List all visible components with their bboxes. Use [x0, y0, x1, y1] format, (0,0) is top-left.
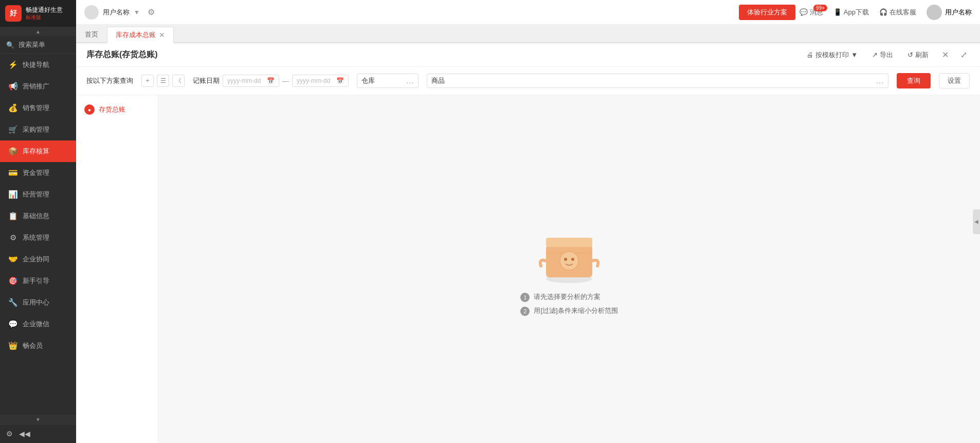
topbar-settings-btn[interactable]: ⚙: [144, 5, 158, 20]
user-avatar-top: [927, 5, 942, 20]
svg-point-6: [560, 252, 578, 270]
sidebar-settings-btn[interactable]: ⚙: [6, 430, 13, 438]
hint-num-1: 1: [520, 293, 530, 302]
topbar-username: 用户名称: [103, 8, 130, 17]
sidebar-scroll-up[interactable]: ▲: [0, 27, 76, 36]
filter-label: 按以下方案查询: [86, 76, 133, 85]
calendar-from-icon[interactable]: 📅: [267, 77, 275, 84]
filter-add-btn[interactable]: +: [141, 75, 154, 87]
industry-btn[interactable]: 体验行业方案: [739, 5, 795, 20]
topbar-user-info: 用户名称: [927, 5, 972, 20]
inventory-icon: 📦: [8, 147, 17, 156]
search-icon: 🔍: [6, 41, 14, 49]
right-edge-expand-btn[interactable]: ◀: [973, 209, 980, 234]
wecom-icon: 💬: [8, 320, 17, 329]
filter-collapse-btn[interactable]: 《: [172, 75, 185, 87]
sidebar-item-newbie[interactable]: 🎯 新手引导: [0, 270, 76, 292]
user-avatar-small: [84, 5, 99, 20]
warehouse-more-icon[interactable]: …: [406, 76, 414, 85]
empty-hints: 1 请先选择要分析的方案 2 用[过滤]条件来缩小分析范围: [520, 292, 618, 316]
refresh-btn[interactable]: ↺ 刷新: [903, 48, 933, 62]
sidebar-item-inventory[interactable]: 📦 库存核算: [0, 140, 76, 162]
sidebar-item-marketing[interactable]: 📢 营销推广: [0, 76, 76, 97]
sidebar-item-basic[interactable]: 📋 基础信息: [0, 205, 76, 227]
support-icon: 🎧: [879, 8, 887, 16]
goods-field[interactable]: 商品 …: [427, 74, 888, 88]
export-icon: ↗: [872, 51, 878, 59]
print-btn[interactable]: 🖨 按模板打印 ▼: [803, 48, 862, 62]
scheme-item-inventory-total[interactable]: ● 存货总账: [76, 99, 158, 120]
vip-icon: 👑: [8, 341, 17, 350]
sidebar-item-system[interactable]: ⚙ 系统管理: [0, 227, 76, 249]
sidebar-item-quick-nav[interactable]: ⚡ 快捷导航: [0, 54, 76, 76]
sidebar-item-enterprise[interactable]: 🤝 企业协同: [0, 249, 76, 270]
main-panel: 1 请先选择要分析的方案 2 用[过滤]条件来缩小分析范围: [158, 95, 980, 443]
tab-close-btn[interactable]: ✕: [159, 31, 165, 39]
logo-text: 畅捷通好生意 标准版: [26, 6, 63, 22]
sidebar-search-btn[interactable]: 🔍 搜索菜单: [0, 36, 76, 54]
scheme-section: ● 存货总账: [76, 95, 158, 443]
sidebar-item-appstore[interactable]: 🔧 应用中心: [0, 292, 76, 313]
query-btn[interactable]: 查询: [897, 73, 931, 88]
close-panel-btn[interactable]: ✕: [939, 49, 951, 61]
system-icon: ⚙: [8, 233, 17, 242]
business-icon: 📊: [8, 190, 17, 199]
content-area: ● 存货总账: [76, 95, 980, 443]
enterprise-icon: 🤝: [8, 255, 17, 264]
refresh-icon: ↺: [908, 51, 913, 59]
tab-inventory-cost[interactable]: 库存成本总账 ✕: [107, 27, 174, 43]
calendar-to-icon[interactable]: 📅: [336, 77, 344, 84]
sidebar-footer: ⚙ ◀◀: [0, 424, 76, 443]
main-content: 用户名称 ▼ ⚙ 体验行业方案 💬 消息 99+ 📱 App下载 🎧 在线客服 …: [76, 0, 980, 443]
funds-icon: 💳: [8, 168, 17, 178]
sidebar-item-vip[interactable]: 👑 畅会员: [0, 335, 76, 357]
topbar-dropdown-btn[interactable]: ▼: [134, 9, 140, 16]
topbar-messages-btn[interactable]: 💬 消息 99+: [800, 8, 823, 17]
date-separator: —: [282, 77, 289, 85]
quick-nav-icon: ⚡: [8, 60, 17, 69]
settings-btn[interactable]: 设置: [939, 73, 970, 88]
page-header: 库存总账(存货总账) 🖨 按模板打印 ▼ ↗ 导出 ↺ 刷新 ✕ ⤢: [76, 43, 980, 67]
marketing-icon: 📢: [8, 82, 17, 91]
newbie-icon: 🎯: [8, 276, 17, 286]
page-title: 库存总账(存货总账): [86, 49, 158, 60]
date-from-input[interactable]: yyyy-mm-dd 📅: [223, 75, 279, 87]
empty-hint-1: 1 请先选择要分析的方案: [520, 292, 618, 302]
svg-rect-4: [546, 238, 592, 247]
topbar-app-download-btn[interactable]: 📱 App下载: [833, 8, 869, 17]
messages-icon: 💬: [800, 8, 808, 16]
topbar-right: 💬 消息 99+ 📱 App下载 🎧 在线客服 用户名称: [800, 5, 972, 20]
empty-state: 1 请先选择要分析的方案 2 用[过滤]条件来缩小分析范围: [158, 95, 980, 443]
sidebar: 好 畅捷通好生意 标准版 ▲ 🔍 搜索菜单 ⚡ 快捷导航 📢 营销推广 💰 销售…: [0, 0, 76, 443]
svg-point-7: [564, 258, 567, 261]
sidebar-item-business[interactable]: 📊 经营管理: [0, 184, 76, 205]
header-actions: 🖨 按模板打印 ▼ ↗ 导出 ↺ 刷新 ✕ ⤢: [803, 48, 970, 62]
purchase-icon: 🛒: [8, 125, 17, 134]
sidebar-item-wecom[interactable]: 💬 企业微信: [0, 313, 76, 335]
topbar: 用户名称 ▼ ⚙ 体验行业方案 💬 消息 99+ 📱 App下载 🎧 在线客服 …: [76, 0, 980, 25]
tab-bar: 首页 库存成本总账 ✕: [76, 25, 980, 43]
date-label: 记账日期: [193, 76, 220, 85]
sidebar-item-funds[interactable]: 💳 资金管理: [0, 162, 76, 184]
svg-point-8: [571, 258, 574, 261]
topbar-support-btn[interactable]: 🎧 在线客服: [879, 8, 916, 17]
export-btn[interactable]: ↗ 导出: [868, 48, 897, 62]
sidebar-scroll-down[interactable]: ▼: [0, 415, 76, 424]
topbar-user-display: 用户名称: [945, 8, 972, 17]
goods-more-icon[interactable]: …: [876, 76, 884, 85]
date-to-input[interactable]: yyyy-mm-dd 📅: [292, 75, 349, 87]
messages-badge: 99+: [813, 5, 827, 11]
sidebar-logo: 好 畅捷通好生意 标准版: [0, 0, 76, 27]
sidebar-collapse-btn[interactable]: ◀◀: [19, 430, 30, 438]
tab-home[interactable]: 首页: [76, 26, 107, 42]
filter-bar: 按以下方案查询 + ☰ 《 记账日期 yyyy-mm-dd 📅 — yyyy-m…: [76, 67, 980, 95]
sidebar-item-sales[interactable]: 💰 销售管理: [0, 97, 76, 119]
expand-btn[interactable]: ⤢: [957, 49, 970, 61]
hint-num-2: 2: [520, 307, 530, 316]
sidebar-item-purchase[interactable]: 🛒 采购管理: [0, 119, 76, 140]
empty-hint-2: 2 用[过滤]条件来缩小分析范围: [520, 306, 618, 316]
filter-settings-btn[interactable]: ☰: [157, 75, 169, 87]
date-input-group: 记账日期 yyyy-mm-dd 📅 — yyyy-mm-dd 📅: [193, 75, 349, 87]
filter-actions: + ☰ 《: [141, 75, 185, 87]
warehouse-field[interactable]: 仓库 …: [357, 74, 419, 88]
